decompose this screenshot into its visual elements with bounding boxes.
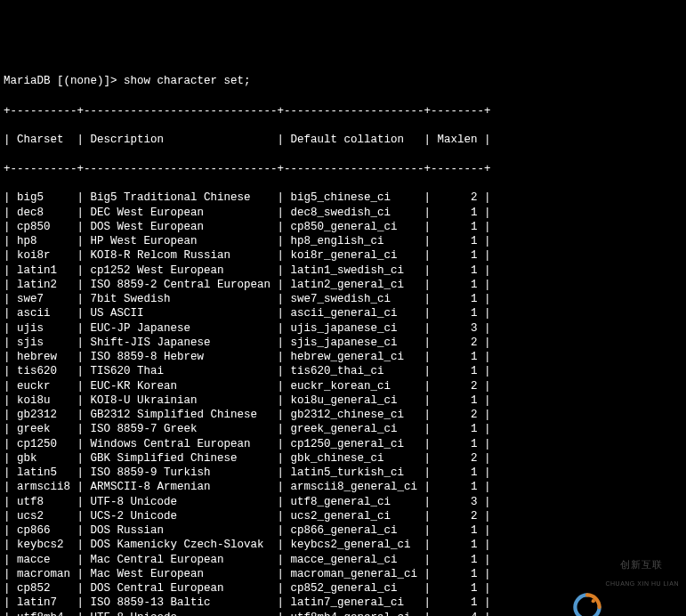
table-row: | latin5 | ISO 8859-9 Turkish | latin5_t… (4, 466, 682, 480)
table-row: | swe7 | 7bit Swedish | swe7_swedish_ci … (4, 292, 682, 306)
svg-point-0 (592, 599, 595, 603)
terminal-output: MariaDB [(none)]> show character set; +-… (4, 60, 682, 616)
table-row: | cp1250 | Windows Central European | cp… (4, 437, 682, 451)
sql-prompt: MariaDB [(none)]> show character set; (4, 74, 682, 88)
table-row: | koi8u | KOI8-U Ukrainian | koi8u_gener… (4, 393, 682, 408)
table-row: | gb2312 | GB2312 Simplified Chinese | g… (4, 408, 682, 422)
watermark-cn: 创新互联 (620, 559, 663, 570)
divider-top: +----------+----------------------------… (4, 104, 682, 118)
table-row: | cp866 | DOS Russian | cp866_general_ci… (4, 523, 682, 538)
table-row: | hebrew | ISO 8859-8 Hebrew | hebrew_ge… (4, 350, 682, 364)
table-row: | ucs2 | UCS-2 Unicode | ucs2_general_ci… (4, 509, 682, 523)
table-row: | latin2 | ISO 8859-2 Central European |… (4, 278, 682, 292)
watermark-en: CHUANG XIN HU LIAN (605, 580, 679, 588)
table-row: | big5 | Big5 Traditional Chinese | big5… (4, 190, 682, 205)
table-row: | ascii | US ASCII | ascii_general_ci | … (4, 306, 682, 320)
table-row: | sjis | Shift-JIS Japanese | sjis_japan… (4, 336, 682, 350)
table-row: | cp850 | DOS West European | cp850_gene… (4, 220, 682, 234)
table-row: | koi8r | KOI8-R Relcom Russian | koi8r_… (4, 248, 682, 263)
watermark-text: 创新互联 CHUANG XIN HU LIAN (605, 548, 679, 609)
table-row: | tis620 | TIS620 Thai | tis620_thai_ci … (4, 364, 682, 378)
table-row: | dec8 | DEC West European | dec8_swedis… (4, 206, 682, 220)
watermark: 创新互联 CHUANG XIN HU LIAN (572, 548, 679, 609)
table-row: | armscii8 | ARMSCII-8 Armenian | armsci… (4, 480, 682, 494)
table-row: | latin1 | cp1252 West European | latin1… (4, 263, 682, 278)
table-row: | greek | ISO 8859-7 Greek | greek_gener… (4, 422, 682, 436)
watermark-logo-icon (572, 563, 602, 594)
table-row: | euckr | EUC-KR Korean | euckr_korean_c… (4, 379, 682, 393)
divider-mid: +----------+----------------------------… (4, 162, 682, 176)
header-row: | Charset | Description | Default collat… (4, 133, 682, 147)
table-row: | utf8 | UTF-8 Unicode | utf8_general_ci… (4, 495, 682, 509)
table-row: | hp8 | HP West European | hp8_english_c… (4, 234, 682, 248)
table-row: | gbk | GBK Simplified Chinese | gbk_chi… (4, 451, 682, 466)
table-row: | ujis | EUC-JP Japanese | ujis_japanese… (4, 321, 682, 336)
